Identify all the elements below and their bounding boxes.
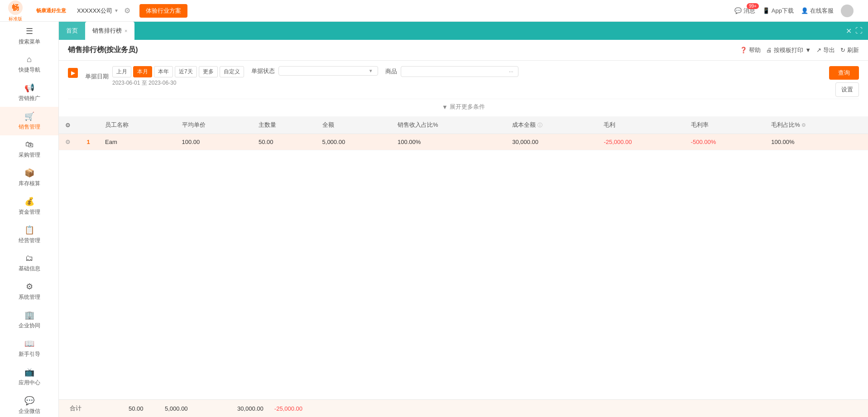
sidebar-item-inventory[interactable]: 📦 库存核算 xyxy=(0,163,58,192)
filter-toggle[interactable]: ▶ xyxy=(68,68,78,78)
goods-input[interactable]: ··· xyxy=(401,66,518,77)
row-sales-pct: 100.00% xyxy=(392,134,507,150)
company-selector[interactable]: XXXXXX公司 ▼ xyxy=(77,7,119,15)
col-rank xyxy=(77,116,100,134)
online-service-button[interactable]: 👤 在线客服 xyxy=(801,7,834,15)
sidebar: ☰ 搜索菜单 ⌂ 快捷导航 📢 营销推广 🛒 销售管理 🛍 采购管理 📦 库 xyxy=(0,22,59,417)
goods-more-icon[interactable]: ··· xyxy=(509,68,513,75)
row-settings[interactable]: ⚙ xyxy=(59,134,77,150)
sidebar-item-label-inventory: 库存核算 xyxy=(19,180,40,187)
col-sales-pct: 销售收入占比% xyxy=(392,116,507,134)
guide-icon: 📖 xyxy=(24,339,34,349)
filter-inner: ▶ 单据日期 上月 本月 本年 近7天 更多 自定义 xyxy=(68,61,859,99)
cost-info-icon: ⓘ xyxy=(537,122,542,128)
print-label: 按模板打印 xyxy=(774,46,803,54)
footer-label: 合计 xyxy=(64,404,87,412)
tab-home[interactable]: 首页 xyxy=(59,22,85,40)
top-bar-left: 畅 标准版 畅康通好生意 XXXXXX公司 ▼ ⚙ 体验行业方案 xyxy=(7,0,187,22)
company-dropdown-icon: ▼ xyxy=(114,8,119,13)
footer-amount: 5,000.00 xyxy=(159,405,196,412)
sidebar-item-label-purchase: 采购管理 xyxy=(19,151,40,159)
sidebar-item-nav[interactable]: ⌂ 快捷导航 xyxy=(0,50,58,78)
logo-icon: 畅 xyxy=(7,0,24,16)
message-button[interactable]: 💬 消息 99+ xyxy=(734,7,755,15)
footer-main-qty: 50.00 xyxy=(123,405,159,412)
sidebar-item-basic[interactable]: 🗂 基础信息 xyxy=(0,249,58,277)
content-area: 首页 销售排行榜 × ✕ ⛶ 销售排行榜(按业务员) ❓ 帮助 xyxy=(59,22,868,417)
sidebar-item-marketing[interactable]: 📢 营销推广 xyxy=(0,78,58,107)
date-btn-custom[interactable]: 自定义 xyxy=(220,66,244,77)
help-label: 帮助 xyxy=(749,46,761,54)
company-settings-icon[interactable]: ⚙ xyxy=(124,6,130,15)
sidebar-item-enterprise[interactable]: 🏢 企业协同 xyxy=(0,306,58,334)
table-container: ⚙ 员工名称 平均单价 主数量 全额 销售收入占比% 成本全额 ⓘ 毛利 毛利率 xyxy=(59,116,868,399)
page-title: 销售排行榜(按业务员) xyxy=(68,45,740,55)
footer-gross: -25,000.00 xyxy=(269,405,308,412)
service-icon: 👤 xyxy=(801,7,808,14)
sidebar-item-label-marketing: 营销推广 xyxy=(19,95,40,102)
tab-close-window-icon[interactable]: ✕ xyxy=(846,27,852,35)
tab-maximize-icon[interactable]: ⛶ xyxy=(855,27,863,35)
tab-sales-label: 销售排行榜 xyxy=(92,27,122,35)
sidebar-item-label-enterprise: 企业协同 xyxy=(19,322,40,330)
sidebar-item-purchase[interactable]: 🛍 采购管理 xyxy=(0,135,58,163)
col-gross-rate: 毛利率 xyxy=(686,116,766,134)
gross-pct-info-icon: ⚙ xyxy=(801,122,806,128)
filter-query-area: 查询 设置 xyxy=(829,66,859,97)
date-btn-7days[interactable]: 近7天 xyxy=(175,66,197,77)
sidebar-item-system[interactable]: ⚙ 系统管理 xyxy=(0,277,58,306)
app-download-button[interactable]: 📱 App下载 xyxy=(762,7,794,15)
query-button[interactable]: 查询 xyxy=(829,66,859,80)
tab-sales-ranking[interactable]: 销售排行榜 × xyxy=(85,22,134,40)
help-button[interactable]: ❓ 帮助 xyxy=(740,46,761,54)
row-main-qty: 50.00 xyxy=(253,134,317,150)
expand-more-button[interactable]: ▼ 展开更多条件 xyxy=(442,101,485,113)
filter-section: ▶ 单据日期 上月 本月 本年 近7天 更多 自定义 xyxy=(59,61,868,116)
goods-filter-label: 商品 xyxy=(385,67,397,76)
sidebar-item-wechat[interactable]: 💬 企业微信 xyxy=(0,391,58,417)
row-employee-name: Eam xyxy=(100,134,177,150)
date-btn-more[interactable]: 更多 xyxy=(199,66,218,77)
sidebar-item-label-guide: 新手引导 xyxy=(19,350,40,358)
filter-settings-button[interactable]: 设置 xyxy=(835,82,859,97)
status-filter-group: 单据状态 ▼ xyxy=(251,66,378,76)
refresh-button[interactable]: ↻ 刷新 xyxy=(840,46,859,54)
export-button[interactable]: ↗ 导出 xyxy=(816,46,835,54)
sidebar-item-label-nav: 快捷导航 xyxy=(19,66,40,74)
date-btn-this-year[interactable]: 本年 xyxy=(154,66,173,77)
filter-arrow-icon[interactable]: ▶ xyxy=(68,68,78,78)
sidebar-item-label-apps: 应用中心 xyxy=(19,379,40,387)
sidebar-item-finance[interactable]: 💰 资金管理 xyxy=(0,192,58,220)
wechat-icon: 💬 xyxy=(24,396,34,406)
purchase-icon: 🛍 xyxy=(25,140,34,149)
sidebar-item-apps[interactable]: 📺 应用中心 xyxy=(0,363,58,391)
logo-area: 畅 标准版 xyxy=(7,0,24,22)
management-icon: 📋 xyxy=(24,225,34,235)
sidebar-item-search[interactable]: ☰ 搜索菜单 xyxy=(0,22,58,50)
top-bar-right: 💬 消息 99+ 📱 App下载 👤 在线客服 xyxy=(734,5,861,17)
sidebar-item-guide[interactable]: 📖 新手引导 xyxy=(0,334,58,363)
sidebar-item-management[interactable]: 📋 经营管理 xyxy=(0,220,58,249)
col-employee-name: 员工名称 xyxy=(100,116,177,134)
row-gross-pct: 100.00% xyxy=(766,134,868,150)
date-btn-last-month[interactable]: 上月 xyxy=(112,66,131,77)
tab-close-icon[interactable]: × xyxy=(125,28,127,34)
date-btn-this-month[interactable]: 本月 xyxy=(133,66,152,77)
user-avatar[interactable] xyxy=(841,5,854,17)
status-dropdown[interactable]: ▼ xyxy=(278,66,378,76)
logo-subtitle: 标准版 xyxy=(9,16,22,22)
date-range-display: 2023-06-01 至 2023-06-30 xyxy=(112,79,244,87)
print-button[interactable]: 🖨 按模板打印 ▼ xyxy=(766,46,811,54)
trial-button[interactable]: 体验行业方案 xyxy=(139,4,187,18)
date-buttons: 上月 本月 本年 近7天 更多 自定义 xyxy=(112,66,244,77)
apps-icon: 📺 xyxy=(24,367,34,377)
app-icon: 📱 xyxy=(762,7,770,14)
print-icon: 🖨 xyxy=(766,47,772,53)
col-settings[interactable]: ⚙ xyxy=(59,116,77,134)
sidebar-item-sales[interactable]: 🛒 销售管理 xyxy=(0,107,58,135)
expand-label: 展开更多条件 xyxy=(450,103,485,111)
sidebar-item-label-basic: 基础信息 xyxy=(19,265,40,273)
tab-home-label: 首页 xyxy=(66,27,78,35)
tab-bar-actions: ✕ ⛶ xyxy=(846,27,868,35)
col-main-qty: 主数量 xyxy=(253,116,317,134)
